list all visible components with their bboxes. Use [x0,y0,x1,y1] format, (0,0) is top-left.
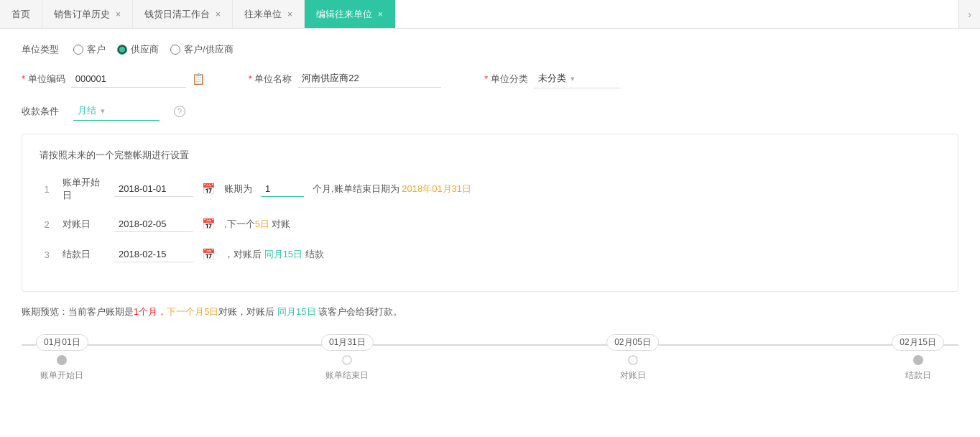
start-date-input[interactable] [114,181,193,197]
payment-condition-dropdown[interactable]: 月结 ▾ [73,101,160,121]
preview-part1: 1个月， [134,306,167,317]
unit-category-dropdown[interactable]: 未分类 ▾ [534,69,620,88]
payment-condition-row: 收款条件 月结 ▾ ? [22,101,958,121]
timeline-node-3: 02月05日 对账日 [606,334,659,382]
tab-home[interactable]: 首页 [0,0,42,28]
radio-customer-input[interactable] [73,45,83,55]
radio-supplier[interactable]: 供应商 [117,43,159,56]
period-num-1: 1 [40,184,54,195]
timeline-node-1: 01月01日 账单开始日 [36,334,88,382]
payment-date-calendar-icon[interactable]: 📅 [202,248,216,261]
timeline-node-4: 02月15日 结款日 [892,334,944,382]
radio-both-input[interactable] [170,45,180,55]
help-icon[interactable]: ? [174,106,185,117]
timeline-label-1: 账单开始日 [40,369,83,382]
unit-code-input[interactable] [71,70,186,88]
preview-section: 账期预览：当前客户账期是1个月，下一个月5日对账，对账后 同月15日 该客户会给… [22,303,958,320]
end-date-highlight: 2018年01月31日 [402,183,471,194]
timeline-node-2: 01月31日 账单结束日 [321,334,374,382]
radio-both[interactable]: 客户/供应商 [170,43,234,56]
timeline-nodes: 01月01日 账单开始日 01月31日 账单结束日 02月05日 对账日 02月… [36,334,944,382]
tab-partner-units-label: 往来单位 [244,8,282,21]
preview-part3: 同月15日 [277,306,315,317]
period-num-2: 2 [40,219,54,230]
unit-name-group: 单位名称 [249,70,442,88]
timeline-dot-1 [57,355,67,365]
payment-date-input[interactable] [114,247,193,262]
payment-condition-arrow: ▾ [101,106,105,116]
panel-title: 请按照未来的一个完整帐期进行设置 [40,149,940,162]
preview-label: 账期预览：当前客户账期是 [22,306,134,317]
radio-customer-label: 客户 [87,43,106,56]
unit-category-value: 未分类 [538,72,566,85]
tab-sales-history[interactable]: 销售订单历史 × [42,0,133,28]
period-label-1: 账单开始日 [63,176,106,202]
radio-supplier-label: 供应商 [131,43,159,56]
timeline-label-3: 对账日 [620,369,646,382]
start-date-calendar-icon[interactable]: 📅 [202,183,216,196]
preview-suffix: 该客户会给我打款。 [318,306,402,317]
unit-code-icon[interactable]: 📋 [192,73,205,86]
unit-category-group: 单位分类 未分类 ▾ [484,69,620,88]
tab-partner-units[interactable]: 往来单位 × [233,0,305,28]
tab-edit-partner[interactable]: 编辑往来单位 × [305,0,395,28]
timeline-badge-2: 01月31日 [321,334,374,351]
radio-customer[interactable]: 客户 [73,43,106,56]
unit-code-group: 单位编码 📋 [22,70,205,88]
timeline-badge-4: 02月15日 [892,334,944,351]
period-row-2: 2 对账日 📅 ,下一个5日 对账 [40,216,940,232]
main-content: 单位类型 客户 供应商 客户/供应商 单位编码 📋 单位名称 [0,29,980,437]
timeline-badge-1: 01月01日 [36,334,88,351]
tab-scroll-arrow[interactable]: › [958,0,980,28]
timeline-badge-3: 02月05日 [606,334,659,351]
payment-condition-label: 收款条件 [22,105,59,118]
timeline-label-4: 结款日 [905,369,931,382]
timeline-dot-2 [342,355,352,365]
reconcile-date-calendar-icon[interactable]: 📅 [202,218,216,231]
reconcile-date-input[interactable] [114,216,193,232]
tab-edit-partner-close[interactable]: × [378,9,383,19]
period-desc-suffix-1: 个月,账单结束日期为 2018年01月31日 [313,183,471,196]
tab-partner-units-close[interactable]: × [287,9,292,19]
unit-category-arrow: ▾ [570,74,575,83]
unit-category-label: 单位分类 [484,73,528,86]
preview-part2: 下一个月5日 [167,306,218,317]
unit-type-row: 单位类型 客户 供应商 客户/供应商 [22,43,958,56]
period-desc-2: ,下一个5日 对账 [224,218,290,231]
unit-type-label: 单位类型 [22,43,59,56]
tab-edit-partner-label: 编辑往来单位 [316,8,372,21]
unit-code-label: 单位编码 [22,73,65,86]
period-desc-3: ，对账后 同月15日 结款 [224,248,324,261]
radio-both-label: 客户/供应商 [184,43,234,56]
radio-supplier-input[interactable] [117,45,127,55]
period-row-1: 1 账单开始日 📅 账期为 个月,账单结束日期为 2018年01月31日 [40,176,940,202]
unit-info-row: 单位编码 📋 单位名称 单位分类 未分类 ▾ [22,69,958,88]
tab-cash-workbench[interactable]: 钱货日清工作台 × [133,0,233,28]
tab-home-label: 首页 [11,8,30,21]
tab-cash-workbench-close[interactable]: × [216,9,221,19]
reconcile-day-highlight: 5日 [255,218,269,229]
preview-middle: 对账，对账后 [218,306,274,317]
period-label-2: 对账日 [63,218,106,231]
tab-sales-history-label: 销售订单历史 [54,8,110,21]
tab-sales-history-close[interactable]: × [116,9,121,19]
unit-type-radio-group: 客户 供应商 客户/供应商 [73,43,234,56]
period-settings-panel: 请按照未来的一个完整帐期进行设置 1 账单开始日 📅 账期为 个月,账单结束日期… [22,134,958,292]
timeline-label-2: 账单结束日 [325,369,369,382]
payment-condition-value: 月结 [78,104,96,117]
timeline-container: 01月01日 账单开始日 01月31日 账单结束日 02月05日 对账日 02月… [22,334,958,382]
months-input[interactable] [261,181,304,197]
period-row-3: 3 结款日 📅 ，对账后 同月15日 结款 [40,247,940,262]
timeline-dot-4 [913,355,923,365]
period-label-3: 结款日 [63,248,106,261]
payment-day-highlight: 同月15日 [264,249,302,259]
period-num-3: 3 [40,249,54,260]
tab-bar: 首页 销售订单历史 × 钱货日清工作台 × 往来单位 × 编辑往来单位 × › [0,0,980,29]
unit-name-label: 单位名称 [249,73,292,86]
unit-name-input[interactable] [297,70,441,88]
timeline-dot-3 [628,355,638,365]
period-desc-prefix-1: 账期为 [224,183,252,196]
tab-cash-workbench-label: 钱货日清工作台 [144,8,210,21]
